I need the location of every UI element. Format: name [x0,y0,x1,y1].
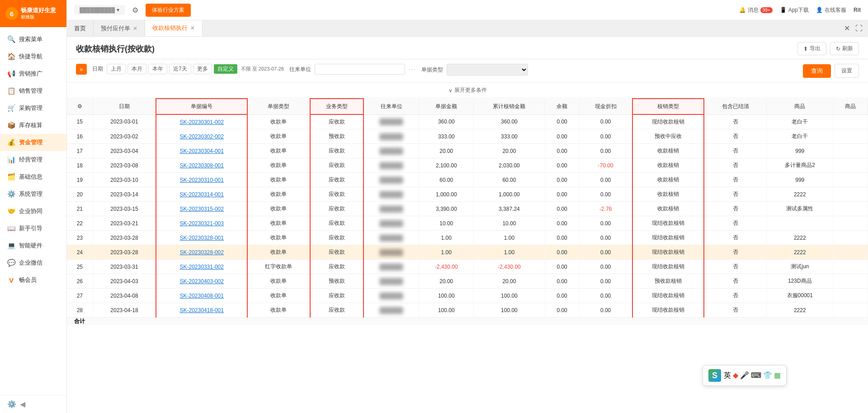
guide-icon: 📖 [7,224,15,233]
tab-bar: 首页 预付应付单 ✕ 收款核销执行 ✕ ✕ ⛶ [67,20,868,37]
expand-more-button[interactable]: ∨ 展开更多条件 [67,85,868,96]
sidebar-item-member[interactable]: V 畅会员 [0,271,66,289]
cell-biz-type: 预收款 [310,274,363,289]
cell-doc-no[interactable]: SK-20230403-002 [156,274,247,289]
tab-home[interactable]: 首页 [67,20,94,36]
doc-type-select[interactable] [447,64,528,76]
sidebar-item-guide[interactable]: 📖 新手引导 [0,220,66,237]
online-service-area[interactable]: 👤 在线客服 [816,6,846,14]
query-button[interactable]: 查询 [803,64,831,78]
cell-doc-no[interactable]: SK-20230304-001 [156,144,247,158]
cell-discount: 0.00 [579,274,632,289]
sidebar-item-marketing[interactable]: 📢 营销推广 [0,65,66,82]
footer-row: 合计 [67,318,868,326]
cell-include-settled: 否 [704,144,766,158]
cell-discount: 0.00 [579,144,632,158]
cell-doc-no[interactable]: SK-20230328-001 [156,231,247,245]
maximize-icon[interactable]: ⛶ [855,24,863,33]
cell-doc-no[interactable]: SK-20230314-001 [156,187,247,202]
date-btn-more[interactable]: 更多 [193,64,212,74]
cell-include-settled: 否 [704,289,766,303]
sidebar-item-label: 销售管理 [19,87,42,95]
tab-collection-close-icon[interactable]: ✕ [190,25,195,31]
th-partner: 往来单位 [363,99,419,114]
partner-search-input[interactable] [315,64,405,75]
sidebar-item-label: 畅会员 [19,276,37,284]
cell-partner: ██████ [363,289,419,303]
export-button[interactable]: ⬆ 导出 [797,42,826,55]
notification-area[interactable]: 🔔 消息 99+ [739,6,773,14]
cell-doc-no[interactable]: SK-20230308-001 [156,158,247,173]
cell-amount: 3,390.00 [419,202,474,216]
cell-verified: 1.00 [474,245,545,260]
sidebar-item-basic[interactable]: 🗂️ 基础信息 [0,168,66,185]
cell-idx: 21 [67,202,93,216]
cell-doc-no[interactable]: SK-20230331-002 [156,260,247,274]
cell-doc-no[interactable]: SK-20230302-002 [156,129,247,144]
sidebar-item-sales[interactable]: 📋 销售管理 [0,82,66,100]
sidebar-item-hardware[interactable]: 💻 智能硬件 [0,237,66,254]
cell-biz-type: 应收款 [310,144,363,158]
header-settings-icon[interactable]: ⚙ [132,6,138,14]
data-table-container[interactable]: ⚙ 日期 单据编号 单据类型 业务类型 往来单位 单据金额 累计核销金额 余额 … [67,98,868,413]
sidebar-item-wechat[interactable]: 💬 企业微信 [0,254,66,271]
cell-doc-no[interactable]: SK-20230328-002 [156,245,247,260]
user-area[interactable]: Rit [854,7,861,13]
data-table: ⚙ 日期 单据编号 单据类型 业务类型 往来单位 单据金额 累计核销金额 余额 … [67,98,868,325]
cell-biz-type: 应收款 [310,187,363,202]
cell-idx: 24 [67,245,93,260]
sidebar-item-search[interactable]: 🔍 搜索菜单 [0,31,66,48]
sidebar-item-purchase[interactable]: 🛒 采购管理 [0,100,66,117]
tab-advance-close-icon[interactable]: ✕ [133,25,137,32]
cell-discount: 0.00 [579,114,632,129]
cell-doc-no[interactable]: SK-20230418-001 [156,303,247,318]
filter-toggle-button[interactable]: » [76,64,87,75]
date-btn-last-month[interactable]: 上月 [107,64,126,74]
tab-advance[interactable]: 预付应付单 ✕ [94,20,145,36]
sidebar-item-label: 营销推广 [19,70,42,78]
cell-doc-no[interactable]: SK-20230301-002 [156,114,247,129]
cell-discount: 0.00 [579,129,632,144]
sidebar-item-finance[interactable]: 💰 资金管理 [0,134,66,151]
cell-doc-no[interactable]: SK-20230408-001 [156,289,247,303]
sidebar-item-operation[interactable]: 📊 经营管理 [0,151,66,168]
sidebar-item-system[interactable]: ⚙️ 系统管理 [0,185,66,203]
cell-goods: 999 [766,144,833,158]
sidebar-item-label: 智能硬件 [19,242,42,250]
date-custom-button[interactable]: 自定义 [214,64,237,74]
cell-discount: 0.00 [579,187,632,202]
cell-goods2 [833,231,868,245]
cell-balance: 0.00 [545,158,579,173]
cell-goods2 [833,303,868,318]
tab-home-label: 首页 [74,24,86,33]
refresh-button[interactable]: ↻ 刷新 [830,42,859,55]
filter-settings-button[interactable]: 设置 [835,64,859,78]
main-area: ██████████ ▾ ⚙ 体验行业方案 🔔 消息 99+ 📱 App下载 👤… [67,0,868,413]
date-btn-this-year[interactable]: 本年 [148,64,167,74]
cell-goods2 [833,245,868,260]
cell-goods2 [833,202,868,216]
sidebar-item-inventory[interactable]: 📦 库存核算 [0,117,66,134]
sidebar-item-quick[interactable]: 🏠 快捷导航 [0,48,66,65]
collapse-icon[interactable]: ◀ [20,400,25,408]
table-body: 152023-03-01SK-20230301-002收款单应收款██████3… [67,114,868,318]
purchase-icon: 🛒 [7,104,15,112]
home-icon: 🏠 [7,52,15,61]
tab-collection[interactable]: 收款核销执行 ✕ [145,20,203,36]
sidebar-item-enterprise[interactable]: 🤝 企业协同 [0,203,66,220]
date-btn-7days[interactable]: 近7天 [169,64,191,74]
cell-date: 2023-03-21 [93,216,156,231]
cell-verified: 1.00 [474,231,545,245]
filter-dots: ··· [409,66,416,72]
page-header-actions: ⬆ 导出 ↻ 刷新 [797,42,859,55]
app-download-area[interactable]: 📱 App下载 [780,6,809,14]
table-row: 232023-03-28SK-20230328-001收款单应收款██████1… [67,231,868,245]
close-window-icon[interactable]: ✕ [844,24,850,33]
cell-doc-no[interactable]: SK-20230321-003 [156,216,247,231]
solution-button[interactable]: 体验行业方案 [146,4,191,17]
settings-bottom-icon[interactable]: ⚙️ [7,400,16,408]
cell-doc-no[interactable]: SK-20230310-001 [156,173,247,187]
org-dropdown[interactable]: ██████████ ▾ [74,5,125,15]
date-btn-this-month[interactable]: 本月 [127,64,146,74]
cell-doc-no[interactable]: SK-20230315-002 [156,202,247,216]
